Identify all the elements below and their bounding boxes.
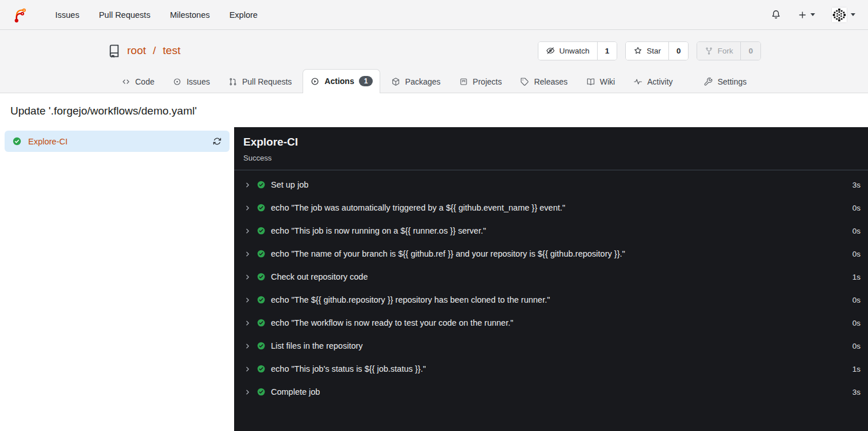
star-button-group: Star 0	[625, 41, 689, 60]
step-name: Complete job	[271, 387, 320, 396]
forgejo-logo-icon[interactable]	[13, 7, 28, 22]
step-duration: 1s	[852, 273, 861, 281]
chevron-right-icon	[244, 365, 251, 373]
tab-packages[interactable]: Packages	[384, 70, 448, 93]
pull-request-icon	[228, 77, 238, 86]
step-row[interactable]: Check out repository code 1s	[234, 265, 868, 288]
chevron-right-icon	[244, 319, 251, 327]
step-duration: 0s	[852, 204, 861, 212]
step-row[interactable]: echo "The ${{ github.repository }} repos…	[234, 288, 868, 311]
step-duration: 3s	[852, 181, 861, 189]
tab-issues[interactable]: Issues	[165, 70, 217, 93]
nav-explore[interactable]: Explore	[220, 10, 267, 20]
step-name: echo "This job's status is ${{ job.statu…	[271, 364, 426, 373]
job-list-item-explore-ci[interactable]: Explore-CI	[5, 131, 230, 152]
step-row[interactable]: echo "The name of your branch is ${{ git…	[234, 242, 868, 265]
actions-play-icon	[310, 77, 320, 86]
chevron-right-icon	[244, 227, 251, 235]
tab-pull-requests[interactable]: Pull Requests	[221, 70, 299, 93]
step-duration: 0s	[852, 250, 861, 258]
chevron-right-icon	[244, 204, 251, 212]
rerun-sync-icon[interactable]	[212, 136, 222, 146]
step-name: Check out repository code	[271, 272, 368, 281]
success-check-icon	[257, 318, 266, 327]
chevron-right-icon	[244, 388, 251, 396]
star-button[interactable]: Star	[626, 42, 668, 60]
step-row[interactable]: Set up job 3s	[234, 173, 868, 196]
chevron-right-icon	[244, 296, 251, 304]
actions-count-badge: 1	[359, 76, 373, 86]
fork-button: Fork	[697, 42, 740, 60]
step-row[interactable]: echo "The job was automatically triggere…	[234, 196, 868, 219]
step-duration: 0s	[852, 342, 861, 350]
job-panel-header: Explore-CI Success	[234, 127, 868, 170]
chevron-right-icon	[244, 181, 251, 189]
step-row[interactable]: echo "This job is now running on a ${{ r…	[234, 219, 868, 242]
pulse-icon	[633, 77, 643, 86]
notifications-bell-icon[interactable]	[770, 9, 782, 21]
repo-separator: /	[153, 44, 156, 57]
repo-icon	[107, 44, 121, 58]
tab-actions[interactable]: Actions 1	[303, 69, 380, 93]
jobs-sidebar: Explore-CI	[0, 127, 234, 431]
nav-milestones[interactable]: Milestones	[160, 10, 219, 20]
create-new-button[interactable]	[798, 10, 815, 20]
tab-settings[interactable]: Settings	[696, 70, 754, 93]
chevron-down-icon	[810, 13, 815, 16]
tab-activity[interactable]: Activity	[626, 70, 680, 93]
step-duration: 0s	[852, 319, 861, 327]
repo-owner-link[interactable]: root	[127, 44, 146, 57]
step-duration: 0s	[852, 296, 861, 304]
repo-tabs: Code Issues Pull Requests Actions 1	[107, 69, 761, 93]
success-check-icon	[257, 180, 266, 189]
success-check-icon	[257, 226, 266, 235]
unwatch-button[interactable]: Unwatch	[538, 42, 597, 60]
package-icon	[391, 77, 400, 86]
step-duration: 1s	[852, 365, 861, 373]
tab-code[interactable]: Code	[114, 70, 162, 93]
code-icon	[121, 77, 131, 86]
job-steps-list: Set up job 3s echo "The job was automati…	[234, 170, 868, 403]
repo-title: root/test	[107, 44, 181, 58]
eye-slash-icon	[546, 46, 555, 55]
user-avatar	[831, 7, 847, 23]
tools-icon	[703, 77, 713, 86]
step-row[interactable]: Complete job 3s	[234, 380, 868, 403]
success-check-icon	[257, 295, 266, 304]
issue-icon	[173, 77, 182, 86]
forks-count: 0	[740, 42, 760, 60]
success-check-icon	[257, 364, 266, 373]
chevron-right-icon	[244, 342, 251, 350]
job-name-link[interactable]: Explore-CI	[28, 137, 206, 146]
repo-name-link[interactable]: test	[163, 44, 181, 57]
book-open-icon	[586, 77, 595, 86]
success-check-icon	[257, 272, 266, 281]
step-row[interactable]: List files in the repository 0s	[234, 334, 868, 357]
chevron-down-icon	[851, 13, 855, 16]
tab-releases[interactable]: Releases	[513, 70, 575, 93]
success-check-icon	[12, 136, 22, 146]
step-row[interactable]: echo "This job's status is ${{ job.statu…	[234, 357, 868, 380]
job-log-panel: Explore-CI Success Set up job 3s echo "T…	[234, 127, 868, 431]
stars-count[interactable]: 0	[668, 42, 689, 60]
success-check-icon	[257, 249, 266, 258]
step-name: Set up job	[271, 180, 308, 189]
step-name: echo "The workflow is now ready to test …	[271, 318, 513, 327]
success-check-icon	[257, 203, 266, 212]
step-row[interactable]: echo "The workflow is now ready to test …	[234, 311, 868, 334]
workflow-run-title: Update '.forgejo/workflows/demo.yaml'	[0, 93, 868, 127]
user-menu[interactable]	[831, 7, 855, 23]
nav-issues[interactable]: Issues	[45, 10, 89, 20]
step-name: echo "The name of your branch is ${{ git…	[271, 249, 625, 258]
fork-icon	[705, 47, 713, 55]
step-name: List files in the repository	[271, 341, 363, 350]
step-duration: 0s	[852, 227, 861, 235]
tab-projects[interactable]: Projects	[452, 70, 510, 93]
tag-icon	[520, 77, 529, 86]
top-navbar: Issues Pull Requests Milestones Explore	[0, 0, 868, 30]
watchers-count[interactable]: 1	[597, 42, 617, 60]
tab-wiki[interactable]: Wiki	[579, 70, 622, 93]
plus-icon	[798, 10, 807, 20]
nav-pull-requests[interactable]: Pull Requests	[89, 10, 160, 20]
job-panel-title: Explore-CI	[243, 136, 859, 148]
